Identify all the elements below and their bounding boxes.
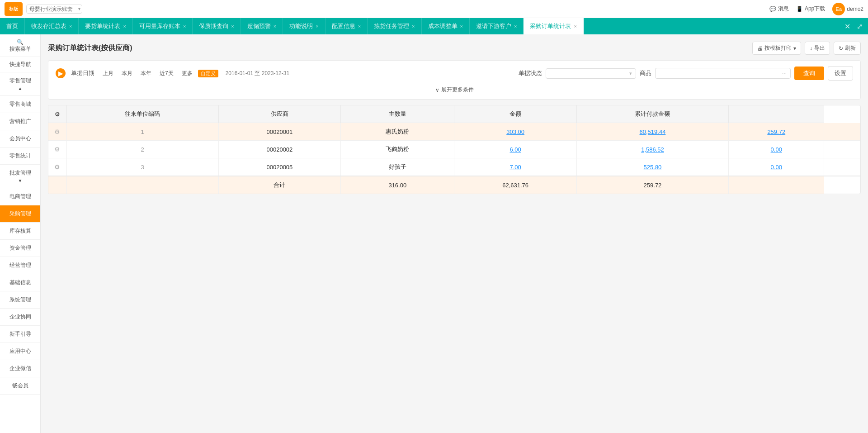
col-settings[interactable]: ⚙ xyxy=(48,105,66,123)
sidebar-quick-nav[interactable]: 快捷导航 xyxy=(0,57,40,72)
sidebar-item-retail-stats[interactable]: 零售统计 xyxy=(0,148,40,165)
tab-close-cost-adjust[interactable]: × xyxy=(460,24,463,29)
app-download-area[interactable]: 📱 App下载 xyxy=(796,5,825,13)
tab-overstock-warning[interactable]: 超储预警 × xyxy=(241,18,283,34)
breadcrumb-select[interactable]: 母婴行业演示账套 xyxy=(26,5,82,14)
sidebar-item-basic-info[interactable]: 基础信息 xyxy=(0,274,40,291)
filter-toggle-button[interactable]: ▶ xyxy=(56,68,66,78)
row-1-qty[interactable]: 303.00 xyxy=(454,123,576,141)
sidebar-item-retail-store[interactable]: 零售商城 xyxy=(0,96,40,113)
row-1-paid[interactable]: 259.72 xyxy=(729,123,824,141)
template-print-button[interactable]: 🖨 按模板打印 ▾ xyxy=(752,42,801,55)
row-2-num: 2 xyxy=(66,141,218,158)
row-2-paid[interactable]: 0.00 xyxy=(729,141,824,158)
goods-input[interactable]: ··· xyxy=(655,68,791,79)
row-1-supplier: 惠氏奶粉 xyxy=(341,123,454,141)
date-shortcut-more[interactable]: 更多 xyxy=(179,69,195,78)
date-custom-badge[interactable]: 自定义 xyxy=(198,70,218,77)
row-2-gear[interactable]: ⚙ xyxy=(48,141,66,158)
sidebar-item-app-center[interactable]: 应用中心 xyxy=(0,343,40,360)
tab-available-inventory[interactable]: 可用量库存账本 × xyxy=(133,18,193,34)
tab-shelf-life[interactable]: 保质期查询 × xyxy=(193,18,241,34)
tab-home[interactable]: 首页 xyxy=(0,18,25,34)
refresh-icon: ↻ xyxy=(839,45,843,52)
sidebar-item-purchase-mgmt[interactable]: 采购管理 xyxy=(0,205,40,223)
row-3-amount[interactable]: 525.80 xyxy=(576,158,728,176)
footer-empty-gear xyxy=(48,176,66,194)
row-1-amount[interactable]: 60,519.44 xyxy=(576,123,728,141)
date-shortcut-this-year[interactable]: 本年 xyxy=(138,69,154,78)
row-1-extra xyxy=(824,123,860,141)
tab-close-receive-summary[interactable]: × xyxy=(69,24,72,29)
sidebar-item-member[interactable]: 畅会员 xyxy=(0,377,40,395)
tab-close-shelf-life[interactable]: × xyxy=(231,24,234,29)
sidebar-item-ecommerce-mgmt[interactable]: 电商管理 xyxy=(0,188,40,205)
tab-cost-adjust[interactable]: 成本调整单 × xyxy=(422,18,470,34)
top-bar-right: 💬 消息 📱 App下载 Ea demo2 xyxy=(769,3,863,15)
tab-close-order-stats[interactable]: × xyxy=(123,24,126,29)
tab-close-function-desc[interactable]: × xyxy=(316,24,318,29)
breadcrumb-wrapper[interactable]: 母婴行业演示账套 xyxy=(26,5,82,14)
sidebar-item-wholesale-mgmt[interactable]: 批发管理 ▼ xyxy=(0,165,40,188)
sidebar-item-enterprise-collab[interactable]: 企业协同 xyxy=(0,309,40,326)
chevron-down-icon: ▲ xyxy=(18,86,23,91)
tab-close-available-inventory[interactable]: × xyxy=(183,24,186,29)
tab-function-desc[interactable]: 功能说明 × xyxy=(283,18,325,34)
tab-close-all-btn[interactable]: ✕ xyxy=(842,20,853,33)
sidebar-item-operation-mgmt[interactable]: 经营管理 xyxy=(0,257,40,274)
sidebar-item-new-guide[interactable]: 新手引导 xyxy=(0,326,40,343)
date-shortcut-last-month[interactable]: 上月 xyxy=(100,69,116,78)
footer-extra xyxy=(729,176,824,194)
tab-close-purchase-stats[interactable]: × xyxy=(574,24,576,29)
tab-close-invite-downstream[interactable]: × xyxy=(514,24,517,29)
top-bar: 标版 母婴行业演示账套 💬 消息 📱 App下载 Ea demo2 xyxy=(0,0,868,18)
row-2-supplier: 飞鹤奶粉 xyxy=(341,141,454,158)
sidebar-item-inventory-check[interactable]: 库存核算 xyxy=(0,223,40,240)
export-icon: ↓ xyxy=(810,45,812,52)
row-2-extra xyxy=(824,141,860,158)
footer-qty: 316.00 xyxy=(341,176,454,194)
refresh-button[interactable]: ↻ 刷新 xyxy=(834,42,861,55)
sidebar-item-system-mgmt[interactable]: 系统管理 xyxy=(0,291,40,309)
row-1-code: 00020001 xyxy=(218,123,340,141)
col-code: 往来单位编码 xyxy=(66,105,218,123)
date-range-text: 2016-01-01 至 2023-12-31 xyxy=(226,70,289,77)
messages-icon-area[interactable]: 💬 消息 xyxy=(769,5,789,13)
tab-config-info[interactable]: 配置信息 × xyxy=(326,18,368,34)
row-1-num: 1 xyxy=(66,123,218,141)
tab-maximize-btn[interactable]: ⤢ xyxy=(854,20,865,33)
date-shortcut-last-7-days[interactable]: 近7天 xyxy=(157,69,176,78)
content-area: 采购订单统计表(按供应商) 🖨 按模板打印 ▾ ↓ 导出 ↻ 刷新 xyxy=(41,34,868,433)
sidebar-item-finance-mgmt[interactable]: 资金管理 xyxy=(0,240,40,257)
chevron-down-icon-status: ▾ xyxy=(629,71,632,76)
row-2-qty[interactable]: 6.00 xyxy=(454,141,576,158)
status-select[interactable]: ▾ xyxy=(546,68,636,79)
sidebar-item-marketing[interactable]: 营销推广 xyxy=(0,113,40,130)
date-shortcut-this-month[interactable]: 本月 xyxy=(119,69,135,78)
tab-close-config-info[interactable]: × xyxy=(358,24,361,29)
user-area[interactable]: Ea demo2 xyxy=(832,3,863,15)
query-button[interactable]: 查询 xyxy=(794,67,824,80)
table-row: ⚙ 2 00020002 飞鹤奶粉 6.00 1,586.52 0.00 xyxy=(48,141,860,158)
tab-purchase-stats[interactable]: 采购订单统计表 × xyxy=(524,18,583,34)
sidebar-item-member-center[interactable]: 会员中心 xyxy=(0,130,40,148)
row-3-gear[interactable]: ⚙ xyxy=(48,158,66,176)
sidebar-search[interactable]: 🔍 搜索菜单 xyxy=(0,34,40,57)
row-3-paid[interactable]: 0.00 xyxy=(729,158,824,176)
col-amount: 金额 xyxy=(454,105,576,123)
row-2-amount[interactable]: 1,586.52 xyxy=(576,141,728,158)
chevron-down-icon-print: ▾ xyxy=(793,45,796,52)
tab-close-overstock-warning[interactable]: × xyxy=(274,24,276,29)
expand-more-conditions[interactable]: ∨ 展开更多条件 xyxy=(56,84,853,94)
row-1-gear[interactable]: ⚙ xyxy=(48,123,66,141)
sidebar-item-retail-mgmt[interactable]: 零售管理 ▲ xyxy=(0,72,40,96)
tab-close-pick-task[interactable]: × xyxy=(412,24,415,29)
settings-button[interactable]: 设置 xyxy=(828,66,853,81)
export-button[interactable]: ↓ 导出 xyxy=(805,42,830,55)
row-3-qty[interactable]: 7.00 xyxy=(454,158,576,176)
tab-order-stats[interactable]: 要货单统计表 × xyxy=(79,18,132,34)
tab-receive-summary[interactable]: 收发存汇总表 × xyxy=(25,18,79,34)
sidebar-item-enterprise-wechat[interactable]: 企业微信 xyxy=(0,360,40,377)
tab-invite-downstream[interactable]: 邀请下游客户 × xyxy=(470,18,524,34)
tab-pick-task[interactable]: 拣货任务管理 × xyxy=(368,18,421,34)
